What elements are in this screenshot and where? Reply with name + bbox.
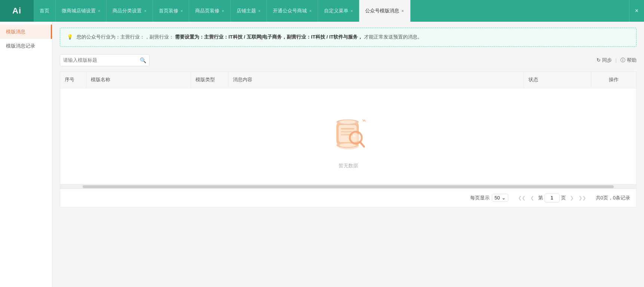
toolbar-right: ↻ 同步 | ⓘ 帮助: [597, 57, 637, 64]
scrollbar-thumb[interactable]: [83, 185, 614, 188]
col-header-status: 状态: [524, 72, 591, 88]
sync-button[interactable]: ↻ 同步: [597, 57, 612, 64]
svg-rect-4: [341, 131, 352, 132]
sidebar-item-template-msg[interactable]: 模版消息: [0, 25, 52, 39]
nav-tab-close-template-msg[interactable]: ×: [401, 9, 404, 13]
notice-icon: 💡: [67, 34, 73, 40]
main-layout: 模版消息模版消息记录 💡 您的公众号行业为：主营行业：，副营行业： 需要设置为：…: [0, 22, 644, 287]
help-icon: ⓘ: [620, 57, 625, 64]
empty-state: 暂无数据: [60, 88, 636, 184]
col-header-action: 操作: [591, 72, 636, 88]
page-size-value: 50: [494, 195, 500, 201]
page-size-label: 每页显示: [470, 195, 490, 201]
content-area: 💡 您的公众号行业为：主营行业：，副营行业： 需要设置为：主营行业：IT科技 /…: [52, 22, 644, 287]
svg-rect-3: [341, 128, 354, 129]
nav-tab-category-settings[interactable]: 商品分类设置×: [107, 0, 152, 22]
sync-label: 同步: [602, 57, 612, 64]
last-page-button[interactable]: ❯❯: [578, 193, 587, 202]
nav-tab-close-wshop-settings[interactable]: ×: [98, 9, 100, 13]
nav-tab-close-product-decor[interactable]: ×: [222, 9, 224, 13]
svg-point-7: [339, 120, 356, 124]
svg-point-11: [352, 134, 360, 142]
search-input[interactable]: [63, 57, 140, 63]
nav-tab-home[interactable]: 首页: [34, 0, 56, 22]
nav-tab-close-store-theme[interactable]: ×: [258, 9, 261, 13]
sync-icon: ↻: [597, 57, 601, 63]
nav-tab-custom-menu[interactable]: 自定义菜单×: [318, 0, 359, 22]
nav-tab-template-msg[interactable]: 公众号模版消息×: [359, 0, 410, 22]
col-header-name: 模版名称: [86, 72, 191, 88]
page-input-wrap: 第 页: [538, 193, 566, 202]
top-nav: Ai 首页微商城店铺设置×商品分类设置×首页装修×商品页装修×店铺主题×开通公众…: [0, 0, 644, 22]
nav-tab-product-decor[interactable]: 商品页装修×: [189, 0, 230, 22]
table-header: 序号 模版名称 模版类型 消息内容 状态 操作: [60, 72, 636, 88]
col-header-seq: 序号: [60, 72, 86, 88]
page-number-input[interactable]: [545, 193, 560, 202]
table-wrap: 序号 模版名称 模版类型 消息内容 状态 操作: [60, 71, 637, 207]
page-size-select: 每页显示 50 ⌄: [470, 194, 508, 202]
nav-tab-close-home-decor[interactable]: ×: [181, 9, 183, 13]
notice-prefix: 您的公众号行业为：主营行业：，副营行业：: [77, 34, 174, 40]
first-page-button[interactable]: ❮❮: [517, 193, 526, 202]
svg-point-13: [353, 135, 355, 137]
nav-tab-open-mall[interactable]: 开通公众号商城×: [267, 0, 318, 22]
search-area: 🔍 ↻ 同步 | ⓘ 帮助: [60, 54, 637, 66]
page-label-after: 页: [561, 195, 566, 201]
nav-tab-close-custom-menu[interactable]: ×: [351, 9, 353, 13]
page-size-dropdown[interactable]: 50 ⌄: [492, 194, 508, 202]
notice-box: 💡 您的公众号行业为：主营行业：，副营行业： 需要设置为：主营行业：IT科技 /…: [60, 28, 637, 47]
nav-tab-home-decor[interactable]: 首页装修×: [153, 0, 189, 22]
help-label: 帮助: [627, 57, 637, 64]
nav-tabs: 首页微商城店铺设置×商品分类设置×首页装修×商品页装修×店铺主题×开通公众号商城…: [34, 0, 629, 22]
page-total: 共0页，0条记录: [596, 195, 630, 201]
search-icon[interactable]: 🔍: [140, 57, 146, 63]
col-header-content: 消息内容: [228, 72, 524, 88]
sidebar: 模版消息模版消息记录: [0, 22, 52, 287]
empty-illustration: [326, 111, 371, 156]
help-button[interactable]: ⓘ 帮助: [620, 57, 637, 64]
logo: Ai: [0, 0, 34, 22]
pagination: 每页显示 50 ⌄ ❮❮ ❮ 第 页 ❯ ❯❯: [60, 189, 636, 207]
dropdown-icon: ⌄: [502, 195, 506, 201]
page-label-before: 第: [538, 195, 543, 201]
page-nav: ❮❮ ❮ 第 页 ❯ ❯❯: [517, 193, 587, 202]
nav-tab-close-category-settings[interactable]: ×: [144, 9, 146, 13]
search-wrap[interactable]: 🔍: [60, 54, 150, 66]
notice-suffix: 才能正常发送预置的消息。: [364, 34, 422, 40]
col-header-type: 模版类型: [191, 72, 228, 88]
next-page-button[interactable]: ❯: [567, 193, 576, 202]
prev-page-button[interactable]: ❮: [528, 193, 537, 202]
horizontal-scrollbar[interactable]: [60, 184, 636, 189]
sidebar-item-template-msg-log[interactable]: 模版消息记录: [0, 39, 52, 53]
notice-highlight: 需要设置为：主营行业：IT科技 / 互联网|电子商务，副营行业：IT科技 / I…: [175, 34, 363, 40]
nav-tab-close-open-mall[interactable]: ×: [309, 9, 311, 13]
logo-text: Ai: [12, 6, 21, 16]
close-all-button[interactable]: ×: [629, 0, 644, 22]
nav-tab-wshop-settings[interactable]: 微商城店铺设置×: [56, 0, 107, 22]
toolbar-divider: |: [616, 57, 617, 63]
svg-line-12: [360, 142, 364, 147]
nav-tab-store-theme[interactable]: 店铺主题×: [231, 0, 267, 22]
empty-text: 暂无数据: [339, 162, 358, 169]
